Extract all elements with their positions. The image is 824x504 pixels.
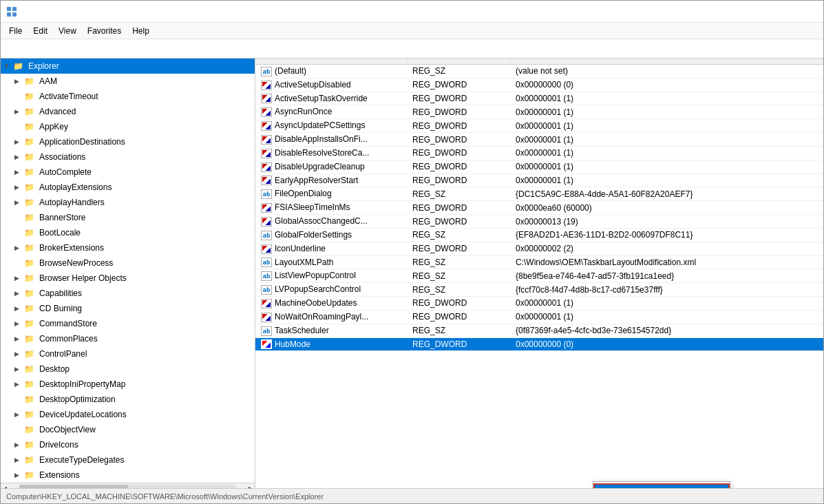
folder-icon: 📁 <box>24 395 36 404</box>
reg-entry-data: 0x00000001 (1) <box>510 119 823 133</box>
folder-icon: 📁 <box>24 379 36 389</box>
tree-item[interactable]: ▶📁CommonPlaces <box>1 331 255 346</box>
tree-arrow-icon: ▶ <box>14 350 24 357</box>
menu-item-view[interactable]: View <box>53 25 82 37</box>
folder-icon: 📁 <box>24 122 36 132</box>
tree-item[interactable]: ▶📁Browser Helper Objects <box>1 271 255 286</box>
reg-entry-type: REG_DWORD <box>407 119 510 133</box>
tree-item[interactable]: 📁AppKey <box>1 119 255 134</box>
menu-item-file[interactable]: File <box>3 25 28 37</box>
reg-entry-type: REG_DWORD <box>407 133 510 147</box>
reg-entry-data: {8be9f5ea-e746-4e47-ad57-3fb191ca1eed} <box>510 269 823 283</box>
reg-entry-name: GlobalFolderSettings <box>275 230 352 240</box>
table-row[interactable]: DisableUpgradeCleanupREG_DWORD0x00000001… <box>255 160 823 174</box>
tree-item[interactable]: ▼📁Explorer <box>1 59 255 74</box>
table-row[interactable]: abLayoutXMLPathREG_SZC:\Windows\OEM\Task… <box>255 255 823 269</box>
tree-item[interactable]: ▶📁AutoplayExtensions <box>1 180 255 195</box>
tree-item[interactable]: 📁DesktopOptimization <box>1 392 255 407</box>
tree-item[interactable]: ▶📁CommandStore <box>1 316 255 331</box>
tree-item[interactable]: ▶📁DeviceUpdateLocations <box>1 407 255 422</box>
table-row[interactable]: HubModeREG_DWORD0x00000000 (0) <box>255 337 823 351</box>
tree-bottom-scrollbar[interactable]: ◀ ▶ <box>1 483 255 488</box>
menu-item-favorites[interactable]: Favorites <box>82 25 127 37</box>
table-row[interactable]: AsyncUpdatePCSettingsREG_DWORD0x00000001… <box>255 119 823 133</box>
reg-entry-type: REG_DWORD <box>407 242 510 255</box>
context-menu-item[interactable]: Modify... <box>593 483 730 488</box>
tree-arrow-icon: ▶ <box>14 441 24 448</box>
tree-item[interactable]: ▶📁Desktop <box>1 361 255 377</box>
folder-icon: 📁 <box>24 258 36 268</box>
table-row[interactable]: ab(Default)REG_SZ(value not set) <box>255 65 823 78</box>
table-row[interactable]: DisableResolveStoreCa...REG_DWORD0x00000… <box>255 146 823 160</box>
reg-entry-data: 0x00000000 (0) <box>510 78 823 92</box>
menu-item-help[interactable]: Help <box>127 25 155 37</box>
reg-icon-dword <box>261 135 272 145</box>
svg-rect-1 <box>12 7 17 11</box>
table-row[interactable]: ActiveSetupDisabledREG_DWORD0x00000000 (… <box>255 78 823 92</box>
tree-item[interactable]: 📁DocObjectView <box>1 422 255 437</box>
reg-entry-type: REG_DWORD <box>407 337 510 351</box>
folder-icon: 📁 <box>24 107 36 116</box>
menu-bar: FileEditViewFavoritesHelp <box>1 23 823 39</box>
tree-item[interactable]: ▶📁ControlPanel <box>1 346 255 361</box>
folder-icon: 📁 <box>24 470 36 480</box>
table-row[interactable]: DisableAppInstallsOnFi...REG_DWORD0x0000… <box>255 133 823 147</box>
table-row[interactable]: AsyncRunOnceREG_DWORD0x00000001 (1) <box>255 105 823 119</box>
reg-entry-data: 0x00000001 (1) <box>510 146 823 160</box>
table-row[interactable]: abTaskSchedulerREG_SZ{0f87369f-a4e5-4cfc… <box>255 324 823 337</box>
tree-item[interactable]: 📁ActivateTimeout <box>1 89 255 104</box>
table-row[interactable]: EarlyAppResolverStartREG_DWORD0x00000001… <box>255 174 823 187</box>
reg-entry-data: 0x00000001 (1) <box>510 92 823 105</box>
app-icon <box>6 6 17 17</box>
tree-item[interactable]: ▶📁CD Burning <box>1 301 255 316</box>
tree-item[interactable]: ▶📁ExecuteTypeDelegates <box>1 452 255 468</box>
table-row[interactable]: FSIASleepTimeInMsREG_DWORD0x0000ea60 (60… <box>255 201 823 215</box>
tree-item[interactable]: 📁BootLocale <box>1 225 255 240</box>
tree-item[interactable]: ▶📁AAM <box>1 74 255 89</box>
tree-item[interactable]: ▶📁DriveIcons <box>1 437 255 452</box>
tree-item[interactable]: 📁BannerStore <box>1 210 255 225</box>
minimize-button[interactable] <box>720 1 752 22</box>
table-row[interactable]: GlobalAssocChangedC...REG_DWORD0x0000001… <box>255 215 823 229</box>
folder-icon: 📁 <box>24 364 36 374</box>
tree-item[interactable]: ▶📁BrokerExtensions <box>1 240 255 255</box>
tree-item[interactable]: ▶📁AutoplayHandlers <box>1 195 255 210</box>
reg-entry-data: 0x00000001 (1) <box>510 133 823 147</box>
tree-item[interactable]: ▶📁Associations <box>1 149 255 165</box>
reg-entry-name: FileOpenDialog <box>275 189 332 198</box>
registry-panel: ab(Default)REG_SZ(value not set)ActiveSe… <box>255 59 823 488</box>
reg-icon-dword <box>261 176 272 185</box>
table-row[interactable]: NoWaitOnRoamingPayl...REG_DWORD0x0000000… <box>255 310 823 324</box>
reg-entry-data: 0x00000001 (1) <box>510 160 823 174</box>
table-row[interactable]: MachineOobeUpdatesREG_DWORD0x00000001 (1… <box>255 297 823 311</box>
tree-label: AutoplayExtensions <box>39 182 112 192</box>
tree-panel: ▼📁Explorer▶📁AAM📁ActivateTimeout▶📁Advance… <box>1 59 255 488</box>
table-row[interactable]: ActiveSetupTaskOverrideREG_DWORD0x000000… <box>255 92 823 105</box>
tree-arrow-icon: ▶ <box>14 199 24 206</box>
context-menu: Modify...Modify Binary Data...DeleteRena… <box>593 481 730 488</box>
tree-item[interactable]: ▶📁Extensions <box>1 468 255 483</box>
tree-item[interactable]: ▶📁ApplicationDestinations <box>1 134 255 149</box>
table-row[interactable]: abListViewPopupControlREG_SZ{8be9f5ea-e7… <box>255 269 823 283</box>
tree-item[interactable]: ▶📁AutoComplete <box>1 165 255 180</box>
table-row[interactable]: abFileOpenDialogREG_SZ{DC1C5A9C-E88A-4dd… <box>255 187 823 201</box>
address-bar <box>1 39 823 59</box>
reg-icon-ab: ab <box>261 67 272 76</box>
maximize-button[interactable] <box>753 1 785 22</box>
menu-item-edit[interactable]: Edit <box>28 25 53 37</box>
tree-item[interactable]: ▶📁Capabilities <box>1 286 255 301</box>
tree-item[interactable]: ▶📁DesktopIniPropertyMap <box>1 377 255 392</box>
table-row[interactable]: abLVPopupSearchControlREG_SZ{fccf70c8-f4… <box>255 283 823 297</box>
title-bar <box>1 1 823 23</box>
tree-item[interactable]: 📁BrowseNewProcess <box>1 255 255 271</box>
tree-item[interactable]: ▶📁Advanced <box>1 104 255 119</box>
table-row[interactable]: abGlobalFolderSettingsREG_SZ{EF8AD2D1-AE… <box>255 228 823 242</box>
tree-label: DesktopOptimization <box>39 395 116 404</box>
table-row[interactable]: IconUnderlineREG_DWORD0x00000002 (2) <box>255 242 823 255</box>
reg-icon-ab: ab <box>261 326 272 336</box>
tree-arrow-icon: ▶ <box>14 138 24 145</box>
tree-label: AutoplayHandlers <box>39 198 105 207</box>
folder-icon: 📁 <box>24 152 36 162</box>
close-button[interactable] <box>786 1 818 22</box>
folder-icon: 📁 <box>24 288 36 298</box>
